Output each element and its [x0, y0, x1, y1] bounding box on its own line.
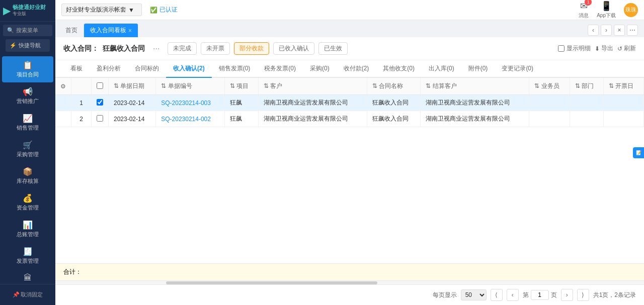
- tab-next-button[interactable]: ›: [601, 25, 612, 36]
- sidebar-item-inventory[interactable]: 📦 库存核算: [2, 163, 53, 189]
- row-gear[interactable]: [55, 95, 71, 111]
- col-header-open-date[interactable]: ⇅ 开票日: [603, 78, 644, 95]
- row-check[interactable]: [92, 95, 109, 111]
- general-icon: 📊: [23, 220, 33, 230]
- sidebar-item-purchase[interactable]: 🛒 采购管理: [2, 136, 53, 162]
- page-info: 第 页: [523, 290, 557, 300]
- subtab-other-income[interactable]: 其他收支(0): [376, 60, 422, 78]
- status-active-button[interactable]: 已生效: [318, 42, 348, 55]
- row-check[interactable]: [92, 111, 109, 127]
- page-input[interactable]: [531, 290, 549, 300]
- subtab-payment[interactable]: 收付款(2): [337, 60, 376, 78]
- horizontal-scrollbar[interactable]: [55, 280, 644, 284]
- row-open-date: [603, 111, 644, 127]
- row-bill-no[interactable]: SQ-20230214-002: [156, 111, 225, 127]
- main-content: 好业财专业版演示帐套 ▼ ✅ 已认证 ✉ 1 消息 📱 App下载 珠珠 首页: [55, 0, 644, 305]
- tab-more-button[interactable]: ⋯: [627, 25, 638, 36]
- last-page-button[interactable]: ⟩: [577, 289, 589, 301]
- company-name: 好业财专业版演示帐套: [66, 6, 126, 14]
- search-menu-label: 搜索菜单: [16, 27, 38, 34]
- table-row[interactable]: 1 2023-02-14 SQ-20230214-003 狂飙 湖南卫视商业运营…: [55, 95, 644, 111]
- table-row[interactable]: 2 2023-02-14 SQ-20230214-002 狂飙 湖南卫视商业运营…: [55, 111, 644, 127]
- subtab-attachment[interactable]: 附件(0): [461, 60, 495, 78]
- col-header-date[interactable]: ⇅ 单据日期: [109, 78, 156, 95]
- row-customer: 湖南卫视商业运营发展有限公司: [258, 95, 367, 111]
- sidebar-item-label: 总账管理: [17, 231, 39, 238]
- contract-name: 狂飙收入合同: [103, 44, 145, 53]
- col-header-project[interactable]: ⇅ 项目: [225, 78, 259, 95]
- show-detail-input[interactable]: [558, 45, 565, 52]
- subtab-purchase[interactable]: 采购(0): [303, 60, 337, 78]
- sidebar-item-fund[interactable]: 💰 资金管理: [2, 189, 53, 216]
- company-selector[interactable]: 好业财专业版演示帐套 ▼: [61, 4, 142, 16]
- row-checkbox[interactable]: [97, 115, 103, 122]
- sidebar-item-label: 项目合同: [17, 71, 39, 78]
- sidebar-item-sales[interactable]: 📈 销售管理: [2, 110, 53, 136]
- row-bill-no[interactable]: SQ-20230214-003: [156, 95, 225, 111]
- contract-header: 收入合同： 狂飙收入合同 ··· 未完成 未开票 部分收款 已收入确认 已生效 …: [55, 37, 644, 60]
- total-label: 合计：: [63, 268, 82, 275]
- status-partial-button[interactable]: 部分收款: [234, 42, 269, 55]
- page-size-select[interactable]: 20 50 100: [461, 289, 487, 300]
- subtab-sales-invoice[interactable]: 销售发票(0): [212, 60, 258, 78]
- col-header-salesperson[interactable]: ⇅ 业务员: [529, 78, 570, 95]
- first-page-button[interactable]: ⟨: [491, 289, 503, 301]
- sidebar-item-tax[interactable]: 🏛 税务管理: [2, 269, 53, 284]
- sidebar-item-project[interactable]: 📋 项目合同: [2, 56, 53, 82]
- export-button[interactable]: ⬇ 导出: [595, 44, 613, 53]
- subtab-profit[interactable]: 盈利分析: [90, 60, 128, 78]
- quick-nav-label: 快捷导航: [19, 42, 41, 49]
- row-contract-name: 狂飙收入合同: [367, 111, 420, 127]
- row-gear[interactable]: [55, 111, 71, 127]
- user-avatar[interactable]: 珠珠: [624, 3, 638, 17]
- sidebar-item-unpin[interactable]: 📌 取消固定: [4, 287, 51, 302]
- fund-icon: 💰: [23, 193, 33, 203]
- contract-more-button[interactable]: ···: [149, 44, 164, 53]
- row-salesperson: [529, 95, 570, 111]
- company-dropdown-icon: ▼: [128, 7, 134, 14]
- right-note-button[interactable]: 📝: [633, 147, 644, 158]
- subtab-tax-invoice[interactable]: 税务发票(0): [257, 60, 303, 78]
- col-header-customer[interactable]: ⇅ 客户: [258, 78, 367, 95]
- sidebar-item-marketing[interactable]: 📢 营销推广: [2, 83, 53, 109]
- app-download-button[interactable]: 📱 App下载: [597, 1, 616, 19]
- col-header-final-customer[interactable]: ⇅ 结算客户: [421, 78, 529, 95]
- subtab-change-log[interactable]: 变更记录(0): [495, 60, 540, 78]
- col-header-bill-no[interactable]: ⇅ 单据编号: [156, 78, 225, 95]
- bill-no-link[interactable]: SQ-20230214-002: [161, 116, 211, 123]
- show-detail-checkbox[interactable]: 显示明细: [558, 44, 591, 53]
- row-contract-name: 狂飙收入合同: [367, 95, 420, 111]
- row-checkbox[interactable]: [97, 99, 103, 106]
- status-confirmed-button[interactable]: 已收入确认: [273, 42, 314, 55]
- col-header-check[interactable]: [92, 78, 109, 95]
- row-project: 狂飙: [225, 95, 259, 111]
- subtab-board[interactable]: 看板: [63, 60, 90, 78]
- col-header-contract-name[interactable]: ⇅ 合同名称: [367, 78, 420, 95]
- subtab-income-confirm[interactable]: 收入确认(2): [166, 60, 212, 78]
- tab-prev-button[interactable]: ‹: [588, 25, 599, 36]
- search-menu-button[interactable]: 🔍 搜索菜单: [3, 25, 52, 36]
- export-icon: ⬇: [595, 45, 600, 52]
- select-all-checkbox[interactable]: [97, 82, 103, 89]
- subtab-warehouse[interactable]: 出入库(0): [422, 60, 461, 78]
- sidebar-bottom: 📌 取消固定: [0, 284, 55, 305]
- refresh-button[interactable]: ↺ 刷新: [617, 44, 636, 53]
- status-not-done-button[interactable]: 未完成: [168, 42, 197, 55]
- home-tab[interactable]: 首页: [61, 24, 82, 37]
- bill-no-link[interactable]: SQ-20230214-003: [161, 99, 211, 107]
- sidebar-item-invoice[interactable]: 🧾 发票管理: [2, 243, 53, 269]
- next-page-button[interactable]: ›: [561, 289, 573, 301]
- income-contract-tab[interactable]: 收入合同看板 ×: [84, 23, 138, 37]
- sidebar-item-general[interactable]: 📊 总账管理: [2, 216, 53, 242]
- col-header-department[interactable]: ⇅ 部门: [570, 78, 603, 95]
- scrollbar-thumb[interactable]: [166, 281, 377, 284]
- message-button[interactable]: ✉ 1 消息: [579, 1, 589, 19]
- subtab-contract-standard[interactable]: 合同标的: [128, 60, 166, 78]
- col-header-gear[interactable]: ⚙: [55, 78, 71, 95]
- unpin-label: 取消固定: [21, 291, 43, 298]
- prev-page-button[interactable]: ‹: [507, 289, 519, 301]
- tab-close-all-button[interactable]: ×: [614, 25, 625, 36]
- tab-close-icon[interactable]: ×: [128, 27, 132, 34]
- quick-nav-button[interactable]: ⚡ 快捷导航: [6, 39, 50, 52]
- status-not-invoiced-button[interactable]: 未开票: [201, 42, 230, 55]
